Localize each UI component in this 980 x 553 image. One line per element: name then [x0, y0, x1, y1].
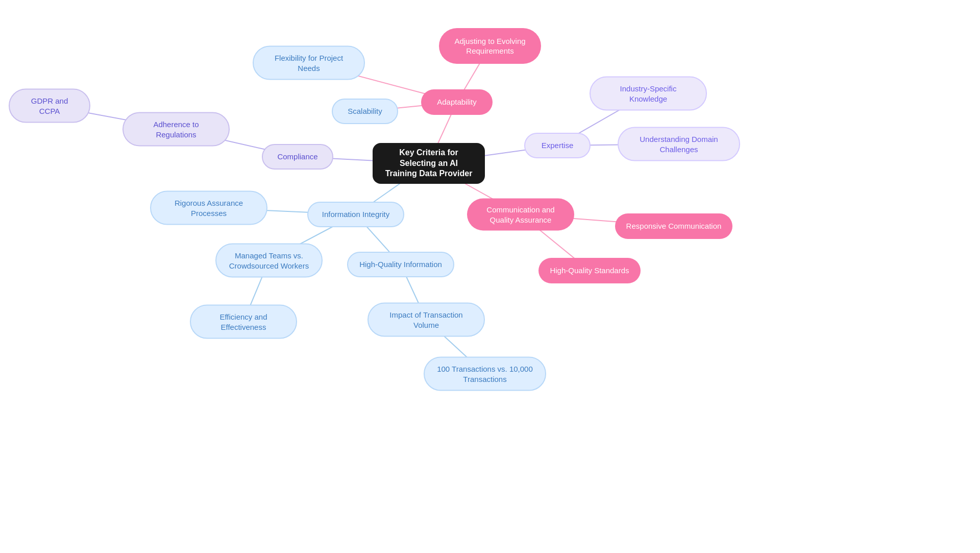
node-scalability[interactable]: Scalability — [332, 99, 398, 124]
node-adaptability[interactable]: Adaptability — [421, 89, 493, 115]
node-rigorous[interactable]: Rigorous Assurance Processes — [150, 191, 267, 225]
node-adherence[interactable]: Adherence to Regulations — [122, 112, 230, 147]
node-compliance[interactable]: Compliance — [262, 144, 333, 170]
node-flexibility[interactable]: Flexibility for Project Needs — [253, 46, 365, 80]
node-transactions[interactable]: 100 Transactions vs. 10,000 Transactions — [424, 357, 546, 391]
node-domain[interactable]: Understanding Domain Challenges — [618, 127, 740, 161]
node-center[interactable]: Key Criteria for Selecting an AI Trainin… — [373, 143, 485, 184]
node-managed[interactable]: Managed Teams vs. Crowdsourced Workers — [215, 244, 323, 278]
node-responsive[interactable]: Responsive Communication — [615, 213, 732, 239]
node-industry[interactable]: Industry-Specific Knowledge — [590, 77, 707, 111]
node-highqualitystandards[interactable]: High-Quality Standards — [538, 258, 641, 283]
node-impact[interactable]: Impact of Transaction Volume — [368, 303, 485, 337]
mindmap-container: Key Criteria for Selecting an AI Trainin… — [0, 0, 980, 553]
node-gdpr[interactable]: GDPR and CCPA — [9, 89, 90, 123]
node-expertise[interactable]: Expertise — [524, 133, 591, 158]
connections-svg — [0, 0, 980, 553]
node-infointegrity[interactable]: Information Integrity — [307, 202, 404, 227]
node-adjusting[interactable]: Adjusting to Evolving Requirements — [439, 28, 541, 64]
node-efficiency[interactable]: Efficiency and Effectiveness — [190, 305, 297, 339]
node-commquality[interactable]: Communication and Quality Assurance — [467, 199, 574, 231]
node-highqualityinfo[interactable]: High-Quality Information — [347, 252, 454, 277]
